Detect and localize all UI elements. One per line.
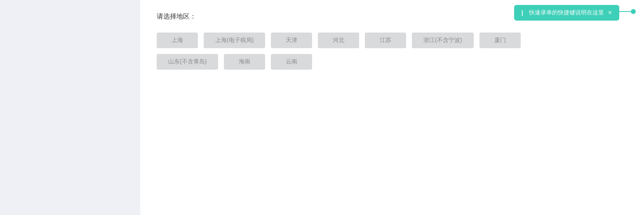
region-btn-shanghai-etax[interactable]: 上海(电子税局) — [204, 33, 265, 48]
region-btn-shanghai[interactable]: 上海 — [157, 33, 198, 48]
tooltip-connector-dot — [631, 9, 636, 14]
region-btn-shandong[interactable]: 山东(不含青岛) — [157, 54, 218, 70]
tooltip-text: 快速录单的快捷键说明在这里 — [529, 9, 604, 16]
region-buttons-row2: 山东(不含青岛) 海南 云南 — [157, 54, 628, 70]
tooltip-banner: 快速录单的快捷键说明在这里 × — [514, 5, 619, 21]
region-btn-jiangsu[interactable]: 江苏 — [365, 33, 406, 48]
region-btn-zhejiang[interactable]: 浙江(不含宁波) — [412, 33, 473, 48]
region-btn-tianjin[interactable]: 天津 — [271, 33, 312, 48]
region-btn-hebei[interactable]: 河北 — [318, 33, 359, 48]
tooltip-connector-line — [619, 11, 631, 12]
main-content: 请选择地区： 上海 上海(电子税局) 天津 河北 江苏 浙江(不含宁波) 厦门 … — [140, 0, 644, 215]
sidebar — [0, 0, 140, 215]
region-btn-yunnan[interactable]: 云南 — [271, 54, 312, 70]
region-btn-xiamen[interactable]: 厦门 — [479, 33, 521, 48]
tooltip-close-button[interactable]: × — [608, 9, 612, 16]
region-btn-hainan[interactable]: 海南 — [224, 54, 265, 70]
region-buttons: 上海 上海(电子税局) 天津 河北 江苏 浙江(不含宁波) 厦门 — [157, 33, 628, 48]
